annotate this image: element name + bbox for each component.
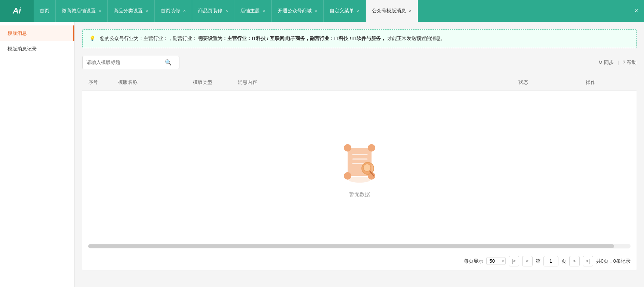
nav-tab-close-icon[interactable]: × — [225, 8, 228, 13]
svg-point-2 — [344, 144, 351, 152]
page-di-label: 第 — [536, 258, 540, 265]
search-input[interactable] — [86, 59, 165, 65]
nav-tab-label: 开通公众号商城 — [278, 7, 312, 14]
toolbar-right: ↻ 同步 | ? 帮助 — [598, 59, 637, 66]
sidebar: 模版消息模版消息记录 — [0, 22, 75, 287]
svg-point-3 — [368, 144, 375, 152]
nav-tab-close-icon[interactable]: × — [357, 8, 360, 13]
toolbar-divider: | — [617, 59, 619, 65]
scrollbar-thumb — [88, 244, 614, 248]
svg-point-10 — [363, 164, 371, 171]
nav-tab-label: 店铺主题 — [240, 7, 260, 14]
notice-box: 💡 您的公众号行业为：主营行业：，副营行业： 需要设置为：主营行业：IT科技 /… — [82, 29, 637, 48]
first-page-button[interactable]: |< — [509, 256, 519, 266]
table-header-cell-模版类型: 模版类型 — [193, 79, 238, 86]
table-header-cell-模版名称: 模版名称 — [118, 79, 193, 86]
nav-tab-label: 商品页装修 — [198, 7, 222, 14]
table-header-cell-状态: 状态 — [518, 79, 586, 86]
last-page-button[interactable]: >| — [583, 256, 593, 266]
table-header-cell-操作: 操作 — [586, 79, 631, 86]
total-label: 共0页，0条记录 — [596, 258, 631, 265]
sync-button[interactable]: ↻ 同步 — [598, 59, 614, 66]
svg-point-0 — [348, 177, 371, 183]
table-header: 序号模版名称模版类型消息内容状态操作 — [82, 74, 637, 91]
nav-tab-公众号模版消息[interactable]: 公众号模版消息× — [366, 0, 418, 22]
close-all-button[interactable]: × — [629, 0, 644, 22]
notice-text-before: 您的公众号行业为：主营行业：，副营行业： — [100, 36, 197, 41]
sidebar-item-模版消息记录[interactable]: 模版消息记录 — [0, 41, 74, 57]
nav-tab-close-icon[interactable]: × — [263, 8, 265, 13]
nav-tab-自定义菜单[interactable]: 自定义菜单× — [324, 0, 366, 22]
prev-page-button[interactable]: < — [522, 256, 533, 266]
page-size-label: 每页显示 — [464, 258, 483, 265]
nav-tab-商品分类设置[interactable]: 商品分类设置× — [108, 0, 155, 22]
table-header-cell-序号: 序号 — [88, 79, 118, 86]
nav-tab-首页[interactable]: 首页 — [34, 0, 56, 22]
page-size-select[interactable]: 50 10 20 100 — [486, 257, 506, 265]
search-bar: 🔍 ↻ 同步 | ? 帮助 — [82, 56, 637, 69]
nav-tab-label: 微商城店铺设置 — [62, 7, 96, 14]
pagination: 每页显示 50 10 20 100 |< < 第 页 > >| 共0页，0条记录 — [82, 252, 637, 270]
sidebar-item-模版消息[interactable]: 模版消息 — [0, 25, 74, 41]
notice-text-after: 才能正常发送预置的消息。 — [387, 36, 446, 41]
nav-tab-商品页装修[interactable]: 商品页装修× — [192, 0, 234, 22]
help-button[interactable]: ? 帮助 — [623, 59, 637, 66]
nav-tab-label: 首页 — [40, 7, 49, 14]
svg-point-4 — [344, 172, 351, 180]
logo: Ai — [0, 0, 34, 22]
top-nav: Ai 首页微商城店铺设置×商品分类设置×首页装修×商品页装修×店铺主题×开通公众… — [0, 0, 644, 22]
nav-tab-close-icon[interactable]: × — [183, 8, 186, 13]
data-table: 序号模版名称模版类型消息内容状态操作 — [82, 74, 637, 270]
nav-tab-开通公众号商城[interactable]: 开通公众号商城× — [272, 0, 324, 22]
nav-tabs: 首页微商城店铺设置×商品分类设置×首页装修×商品页装修×店铺主题×开通公众号商城… — [34, 0, 629, 22]
table-body: 暂无数据 — [82, 91, 637, 240]
nav-tab-首页装修[interactable]: 首页装修× — [155, 0, 192, 22]
scrollbar-area[interactable] — [88, 244, 631, 248]
page-ye-label: 页 — [561, 258, 566, 265]
nav-tab-label: 首页装修 — [161, 7, 180, 14]
nav-tab-微商城店铺设置[interactable]: 微商城店铺设置× — [56, 0, 108, 22]
search-icon[interactable]: 🔍 — [165, 59, 172, 66]
sync-icon: ↻ — [598, 59, 603, 65]
nav-tab-close-icon[interactable]: × — [146, 8, 148, 13]
notice-icon: 💡 — [89, 36, 95, 41]
nav-tab-close-icon[interactable]: × — [409, 8, 412, 13]
table-header-cell-消息内容: 消息内容 — [238, 79, 518, 86]
nav-tab-close-icon[interactable]: × — [315, 8, 317, 13]
nav-tab-店铺主题[interactable]: 店铺主题× — [234, 0, 272, 22]
empty-illustration — [337, 140, 382, 185]
notice-highlight: 需要设置为：主营行业：IT科技 / 互联网|电子商务，副营行业：IT科技 / I… — [198, 36, 386, 41]
main-layout: 模版消息模版消息记录 💡 您的公众号行业为：主营行业：，副营行业： 需要设置为：… — [0, 22, 644, 287]
nav-tab-label: 公众号模版消息 — [372, 7, 406, 14]
nav-tab-label: 商品分类设置 — [114, 7, 143, 14]
nav-tab-label: 自定义菜单 — [330, 7, 354, 14]
empty-text: 暂无数据 — [349, 191, 370, 198]
search-input-wrap: 🔍 — [82, 56, 179, 69]
nav-tab-close-icon[interactable]: × — [99, 8, 101, 13]
page-input[interactable] — [543, 256, 558, 266]
page-size-wrap: 50 10 20 100 — [486, 257, 506, 265]
next-page-button[interactable]: > — [569, 256, 580, 266]
help-icon: ? — [623, 59, 625, 65]
content-area: 💡 您的公众号行业为：主营行业：，副营行业： 需要设置为：主营行业：IT科技 /… — [75, 22, 644, 287]
